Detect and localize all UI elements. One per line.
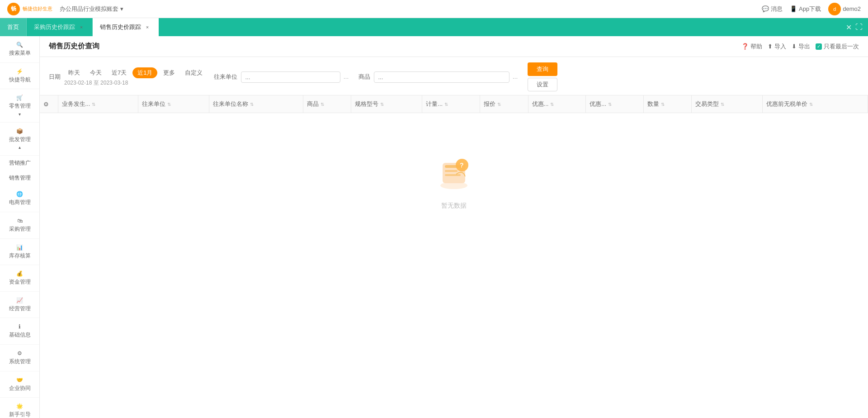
sort-icon: ⇅ [608,102,612,107]
tab-home[interactable]: 首页 [0,18,27,36]
th-trade-type-label: 交易类型 [695,100,719,108]
ecommerce-icon: 🌐 [16,191,23,197]
page-title: 销售历史价查询 [49,42,99,51]
content-area: 销售历史价查询 ❓ 帮助 ⬆ 导入 ⬇ 导出 ✓ 只看最后一次 [40,36,868,418]
partner-filter-label: 往来单位 [214,73,237,81]
show-last-only-group: ✓ 只看最后一次 [816,43,859,51]
th-discount1[interactable]: 优惠... ⇅ [528,95,586,113]
maximize-icon[interactable]: ⛶ [855,23,863,31]
show-last-only-checkbox[interactable]: ✓ [816,43,822,50]
user-profile[interactable]: d demo2 [828,3,861,15]
date-btn-7days[interactable]: 近7天 [108,67,131,78]
data-table: ⚙ 业务发生... ⇅ 往来单位 ⇅ [40,95,868,246]
product-input-suffix[interactable]: … [509,72,520,82]
sidebar-item-label: 搜索菜单 [9,50,31,57]
th-discount2[interactable]: 优惠... ⇅ [586,95,644,113]
th-quantity-label: 数量 [647,100,659,108]
date-btn-1month[interactable]: 近1月 [132,67,157,78]
newbie-icon: 🌟 [16,403,23,409]
sort-icon: ⇅ [497,102,501,107]
home-tab-label: 首页 [7,23,19,31]
th-spec[interactable]: 规格型号 ⇅ [351,95,422,113]
th-partner-code[interactable]: 往来单位 ⇅ [138,95,209,113]
date-btn-yesterday[interactable]: 昨天 [64,67,84,78]
app-name-label: 办公用品行业模拟账套 [60,5,118,13]
sidebar-item-search-menu[interactable]: 🔍 搜索菜单 [0,36,39,63]
sidebar-item-label: 基础信息 [9,332,31,339]
th-settings[interactable]: ⚙ [40,95,58,113]
sidebar-item-label: 销售管理 [9,175,31,181]
th-price-label: 报价 [484,100,495,108]
purchase-history-close-icon[interactable]: × [78,24,85,31]
sales-history-tab-label: 销售历史价跟踪 [100,23,141,31]
sidebar-item-label: 系统管理 [9,358,31,366]
tab-purchase-history[interactable]: 采购历史价跟踪 × [27,18,93,36]
tab-bar: 首页 采购历史价跟踪 × 销售历史价跟踪 × ✕ ⛶ [0,18,868,36]
wholesale-icon: 📦 [16,128,23,134]
sidebar-item-newbie[interactable]: 🌟 新手引导 [0,398,39,418]
message-button[interactable]: 💬 消息 [762,5,783,13]
top-bar-right: 💬 消息 📱 App下载 d demo2 [762,3,861,15]
tab-sales-history[interactable]: 销售历史价跟踪 × [93,18,159,36]
sidebar-item-marketing[interactable]: 营销推广 [0,156,39,171]
sidebar-item-basic-info[interactable]: ℹ 基础信息 [0,318,39,345]
sidebar-item-label: 快捷导航 [9,76,31,84]
filter-bar: 日期 昨天 今天 近7天 近1月 更多 自定义 2023-02-18 至 202… [40,57,868,95]
sales-history-close-icon[interactable]: × [144,24,151,31]
page-header: 销售历史价查询 ❓ 帮助 ⬆ 导入 ⬇ 导出 ✓ 只看最后一次 [40,36,868,57]
export-button[interactable]: ⬇ 导出 [792,43,810,51]
top-bar-left: 畅 畅捷信好生意 办公用品行业模拟账套 ▾ [7,3,127,15]
date-btn-today[interactable]: 今天 [86,67,106,78]
help-button[interactable]: ❓ 帮助 [741,43,762,51]
close-window-icon[interactable]: ✕ [846,23,852,32]
filter-row: 日期 昨天 今天 近7天 近1月 更多 自定义 2023-02-18 至 202… [49,62,859,91]
sidebar-item-ecommerce[interactable]: 🌐 电商管理 [0,185,39,212]
date-btn-more[interactable]: 更多 [159,67,179,78]
partner-input[interactable] [241,71,340,83]
sort-icon: ⇅ [250,102,254,107]
th-partner-name[interactable]: 往来单位名称 ⇅ [209,95,303,113]
sidebar-item-inventory[interactable]: 📊 库存核算 [0,239,39,266]
sidebar-item-enterprise[interactable]: 🤝 企业协同 [0,371,39,398]
sidebar-item-finance[interactable]: 💰 资金管理 [0,265,39,292]
sidebar-item-wholesale-mgmt[interactable]: 📦 批发管理 ▴ [0,123,39,156]
username-label: demo2 [843,5,861,12]
th-quantity[interactable]: 数量 ⇅ [643,95,692,113]
sidebar-item-retail-mgmt[interactable]: 🛒 零售管理 ▾ [0,89,39,123]
th-business-date[interactable]: 业务发生... ⇅ [58,95,138,113]
page-actions: ❓ 帮助 ⬆ 导入 ⬇ 导出 ✓ 只看最后一次 [741,43,859,51]
filter-action-group: 查询 设置 [528,62,557,91]
import-button[interactable]: ⬆ 导入 [768,43,786,51]
th-product[interactable]: 商品 ⇅ [303,95,351,113]
system-icon: ⚙ [17,350,22,356]
export-icon: ⬇ [792,43,797,50]
date-btn-custom[interactable]: 自定义 [181,67,207,78]
sidebar-item-label: 采购管理 [9,226,31,233]
th-price[interactable]: 报价 ⇅ [480,95,528,113]
sidebar-item-operations[interactable]: 📈 经营管理 [0,292,39,318]
import-icon: ⬆ [768,43,773,50]
query-button[interactable]: 查询 [528,62,557,76]
app-download-button[interactable]: 📱 App下载 [790,5,821,13]
empty-row: ? 暂无数据 [40,113,868,247]
sidebar-item-system[interactable]: ⚙ 系统管理 [0,345,39,371]
table-settings-icon[interactable]: ⚙ [43,101,49,108]
sidebar-item-purchase[interactable]: 🛍 采购管理 [0,212,39,239]
settings-button[interactable]: 设置 [528,78,557,91]
purchase-icon: 🛍 [17,218,23,224]
product-input[interactable] [374,71,509,83]
sidebar-item-quick-nav[interactable]: ⚡ 快捷导航 [0,63,39,90]
sidebar-item-sales-mgmt[interactable]: 销售管理 [0,171,39,185]
svg-rect-3 [445,170,458,172]
arrow-up-icon: ▴ [19,145,21,150]
th-unit[interactable]: 计量... ⇅ [422,95,480,113]
operations-icon: 📈 [16,297,23,304]
th-pretax-price[interactable]: 优惠前无税单价 ⇅ [763,95,868,113]
th-trade-type[interactable]: 交易类型 ⇅ [692,95,763,113]
app-selector[interactable]: 办公用品行业模拟账套 ▾ [56,3,127,15]
filter-buttons: 查询 设置 [528,62,557,91]
logo-text: 畅捷信好生意 [23,5,52,12]
export-label: 导出 [798,43,810,51]
partner-input-suffix[interactable]: … [340,72,351,82]
tab-bar-right: ✕ ⛶ [846,23,868,32]
